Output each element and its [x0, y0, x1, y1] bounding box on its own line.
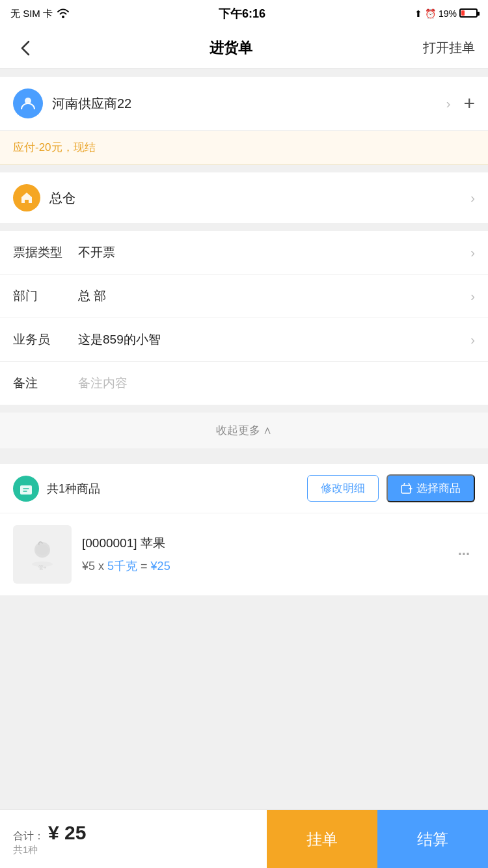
select-product-label: 选择商品 [416, 481, 461, 496]
checkout-button[interactable]: 结算 [377, 810, 488, 868]
battery-pct: 19% [439, 8, 457, 19]
back-button[interactable] [13, 35, 39, 61]
product-id: [0000001] [82, 536, 137, 550]
form-card: 票据类型 不开票 › 部门 总 部 › 业务员 这是859的小智 › 备注 备注… [0, 231, 488, 405]
product-more-button[interactable]: ··· [453, 541, 475, 568]
product-info: [0000001] 苹果 ¥5 x 5千克 = ¥25 [82, 535, 453, 574]
svg-rect-1 [25, 200, 29, 204]
mid-divider [0, 456, 488, 464]
salesperson-label: 业务员 [13, 331, 65, 348]
select-product-button[interactable]: 选择商品 [386, 474, 475, 502]
location-icon: ⬆ [414, 8, 422, 19]
unit-price: ¥5 [82, 560, 95, 573]
top-divider [0, 69, 488, 77]
remark-label: 备注 [13, 375, 65, 392]
status-left: 无 SIM 卡 [10, 8, 70, 20]
supplier-card: 河南供应商22 › + 应付-20元，现结 [0, 77, 488, 165]
product-name: [0000001] 苹果 [82, 535, 453, 552]
warehouse-card[interactable]: 总仓 › [0, 172, 488, 223]
status-time: 下午6:16 [219, 6, 265, 21]
bottom-spacer [0, 596, 488, 661]
battery-icon [459, 8, 478, 20]
product-count-label: 共1种商品 [47, 481, 307, 496]
sim-label: 无 SIM 卡 [10, 8, 53, 20]
department-label: 部门 [13, 288, 65, 305]
product-item: 管+ [0000001] 苹果 ¥5 x 5千克 = ¥25 ··· [0, 513, 488, 596]
remark-value[interactable]: 备注内容 [65, 375, 475, 392]
add-button[interactable]: + [463, 92, 475, 115]
total-row: 合计： ¥ 25 [13, 822, 254, 844]
invoice-type-value: 不开票 [65, 244, 470, 261]
product-header: 共1种商品 修改明细 选择商品 [0, 464, 488, 513]
warehouse-name: 总仓 [49, 189, 470, 207]
item-total: ¥25 [151, 560, 170, 573]
product-icon [13, 476, 39, 502]
page-title: 进货单 [210, 38, 252, 58]
warehouse-row[interactable]: 总仓 › [0, 172, 488, 223]
invoice-type-label: 票据类型 [13, 244, 65, 261]
remark-row[interactable]: 备注 备注内容 [0, 362, 488, 405]
status-right: ⬆ ⏰ 19% [414, 8, 478, 20]
salesperson-chevron-icon: › [470, 332, 475, 347]
multiply-sign: x [98, 560, 107, 573]
warehouse-icon [13, 184, 40, 211]
total-amount: ¥ 25 [48, 822, 86, 844]
collapse-label: 收起更多 ∧ [216, 424, 273, 437]
alert-banner: 应付-20元，现结 [0, 131, 488, 165]
total-section: 合计： ¥ 25 共1种 [0, 810, 267, 868]
department-row[interactable]: 部门 总 部 › [0, 275, 488, 318]
total-count: 共1种 [13, 844, 254, 856]
svg-point-5 [36, 545, 49, 555]
warehouse-chevron-icon: › [470, 191, 475, 206]
hang-button[interactable]: 挂单 [267, 810, 377, 868]
svg-rect-2 [20, 485, 32, 495]
alarm-icon: ⏰ [425, 8, 436, 19]
salesperson-row[interactable]: 业务员 这是859的小智 › [0, 318, 488, 362]
supplier-row[interactable]: 河南供应商22 › + [0, 77, 488, 131]
status-bar: 无 SIM 卡 下午6:16 ⬆ ⏰ 19% [0, 0, 488, 27]
quantity: 5千克 [107, 560, 137, 573]
wifi-icon [57, 8, 70, 20]
supplier-chevron-icon: › [446, 96, 451, 111]
supplier-name: 河南供应商22 [52, 95, 446, 113]
product-thumbnail: 管+ [13, 525, 72, 584]
invoice-type-row[interactable]: 票据类型 不开票 › [0, 231, 488, 275]
invoice-chevron-icon: › [470, 245, 475, 260]
bottom-bar: 合计： ¥ 25 共1种 挂单 结算 [0, 809, 488, 868]
department-value: 总 部 [65, 288, 470, 305]
svg-text:管+: 管+ [38, 565, 47, 571]
salesperson-value: 这是859的小智 [65, 331, 470, 348]
equals-sign: = [141, 560, 151, 573]
total-label: 合计： [13, 830, 44, 843]
modify-detail-button[interactable]: 修改明细 [307, 475, 379, 502]
product-title-name: 苹果 [141, 536, 165, 550]
supplier-avatar [13, 88, 43, 118]
collapse-row[interactable]: 收起更多 ∧ [0, 413, 488, 448]
department-chevron-icon: › [470, 289, 475, 304]
product-price: ¥5 x 5千克 = ¥25 [82, 558, 453, 574]
open-pending-button[interactable]: 打开挂单 [423, 39, 475, 57]
nav-bar: 进货单 打开挂单 [0, 27, 488, 69]
svg-rect-3 [401, 485, 411, 493]
